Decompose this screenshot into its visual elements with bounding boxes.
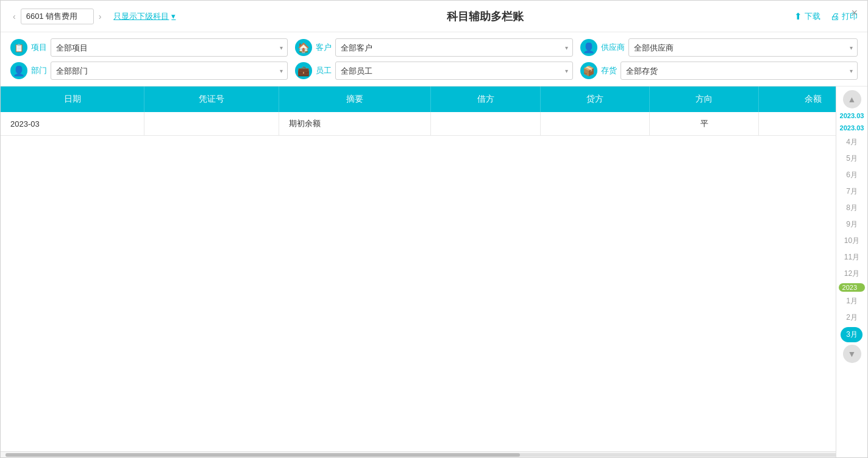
table-row: 2023-03期初余额平: [1, 112, 867, 136]
timeline-item-active[interactable]: 3月: [841, 327, 863, 342]
employee-icon: 💼: [295, 62, 312, 79]
filter-supplier: 👤 供应商 全部供应商 ▾: [580, 38, 858, 57]
timeline-item[interactable]: 12月: [839, 266, 866, 282]
timeline-item[interactable]: 7月: [839, 183, 866, 200]
prev-account-btn[interactable]: ‹: [10, 10, 18, 23]
timeline-panel: ▲ 2023.032023.034月5月6月7月8月9月10月11月12月202…: [836, 86, 867, 457]
supplier-icon: 👤: [580, 39, 597, 56]
inventory-icon: 📦: [580, 62, 597, 79]
filter-customer: 🏠 客户 全部客户 ▾: [295, 38, 572, 57]
supplier-label: 供应商: [601, 42, 625, 53]
timeline-item[interactable]: 5月: [839, 150, 866, 167]
col-date: 日期: [1, 86, 144, 112]
filter-row-2: 👤 部门 全部部门 ▾ 💼 员工 全部员工 ▾: [10, 62, 858, 80]
col-voucher: 凭证号: [144, 86, 279, 112]
scrollbar-thumb: [5, 453, 520, 457]
cell-voucher: [144, 112, 279, 136]
customer-label: 客户: [316, 42, 332, 53]
col-debit: 借方: [431, 86, 540, 112]
filter-inventory: 📦 存货 全部存货 ▾: [580, 62, 858, 80]
show-sub-btn[interactable]: 只显示下级科目 ▾: [113, 11, 176, 22]
main-content: 日期 凭证号 摘要 借方 贷方 方向 余额 2023-03期初余额平: [1, 86, 867, 457]
show-sub-arrow: ▾: [171, 12, 176, 21]
filter-bar: 📋 项目 全部项目 ▾ 🏠 客户 全部客户 ▾: [1, 32, 867, 86]
employee-select[interactable]: 全部员工: [335, 62, 572, 80]
department-select[interactable]: 全部部门: [51, 62, 288, 80]
account-code: 6601: [26, 12, 44, 21]
filter-row-1: 📋 项目 全部项目 ▾ 🏠 客户 全部客户 ▾: [10, 38, 858, 57]
timeline-item[interactable]: 4月: [839, 134, 866, 150]
timeline-item-selected[interactable]: 2023.03: [839, 122, 866, 134]
cell-summary: 期初余额: [279, 112, 431, 136]
cell-credit: [540, 112, 649, 136]
timeline-item[interactable]: 2月: [839, 309, 866, 326]
customer-icon: 🏠: [295, 39, 312, 56]
cell-debit: [431, 112, 540, 136]
page-title: 科目辅助多栏账: [176, 9, 794, 24]
timeline-item[interactable]: 10月: [839, 233, 866, 249]
timeline-down-btn[interactable]: ▼: [843, 345, 861, 363]
account-code-box: 6601 销售费用: [21, 9, 94, 24]
download-btn[interactable]: ⬆ 下载: [794, 11, 820, 22]
down-arrow-icon: ▼: [848, 349, 856, 359]
inventory-select-wrapper: 全部存货 ▾: [621, 62, 858, 80]
customer-select-wrapper: 全部客户 ▾: [335, 38, 572, 57]
inventory-select[interactable]: 全部存货: [621, 62, 858, 80]
timeline-item-selected[interactable]: 2023.03: [839, 110, 866, 122]
department-select-wrapper: 全部部门 ▾: [51, 62, 288, 80]
project-icon: 📋: [10, 39, 27, 56]
download-icon: ⬆: [794, 11, 802, 22]
table-container[interactable]: 日期 凭证号 摘要 借方 贷方 方向 余额 2023-03期初余额平: [1, 86, 867, 451]
col-direction: 方向: [649, 86, 758, 112]
table-body: 2023-03期初余额平: [1, 112, 867, 136]
project-label: 项目: [31, 42, 47, 53]
project-select[interactable]: 全部项目: [51, 38, 288, 57]
up-arrow-icon: ▲: [848, 94, 856, 104]
account-name: 销售费用: [46, 11, 77, 22]
supplier-select-wrapper: 全部供应商 ▾: [628, 38, 858, 57]
timeline-year-badge[interactable]: 2023: [839, 283, 866, 292]
filter-project: 📋 项目 全部项目 ▾: [10, 38, 288, 57]
timeline-items-container: 2023.032023.034月5月6月7月8月9月10月11月12月20231…: [839, 110, 866, 344]
content-area: 日期 凭证号 摘要 借方 贷方 方向 余额 2023-03期初余额平: [1, 86, 867, 457]
table-header-row: 日期 凭证号 摘要 借方 贷方 方向 余额: [1, 86, 867, 112]
timeline-item[interactable]: 6月: [839, 167, 866, 183]
timeline-item[interactable]: 1月: [839, 293, 866, 309]
cell-direction: 平: [649, 112, 758, 136]
project-select-wrapper: 全部项目 ▾: [51, 38, 288, 57]
supplier-select[interactable]: 全部供应商: [628, 38, 858, 57]
department-icon: 👤: [10, 62, 27, 79]
ledger-table: 日期 凭证号 摘要 借方 贷方 方向 余额 2023-03期初余额平: [1, 86, 867, 136]
filter-department: 👤 部门 全部部门 ▾: [10, 62, 288, 80]
col-credit: 贷方: [540, 86, 649, 112]
timeline-item[interactable]: 11月: [839, 249, 866, 266]
title-bar: ‹ 6601 销售费用 › 只显示下级科目 ▾ 科目辅助多栏账 ⬆ 下载 🖨 打…: [1, 1, 867, 32]
inventory-label: 存货: [601, 65, 617, 76]
close-btn[interactable]: ×: [851, 7, 858, 19]
col-summary: 摘要: [279, 86, 431, 112]
timeline-item[interactable]: 8月: [839, 200, 866, 216]
next-account-btn[interactable]: ›: [96, 10, 104, 23]
timeline-item[interactable]: 9月: [839, 216, 866, 233]
timeline-up-btn[interactable]: ▲: [843, 90, 861, 108]
bottom-scrollbar[interactable]: [1, 451, 867, 457]
filter-employee: 💼 员工 全部员工 ▾: [295, 62, 572, 80]
department-label: 部门: [31, 65, 47, 76]
show-sub-label: 只显示下级科目: [113, 11, 169, 22]
main-window: ‹ 6601 销售费用 › 只显示下级科目 ▾ 科目辅助多栏账 ⬆ 下载 🖨 打…: [0, 0, 868, 458]
employee-select-wrapper: 全部员工 ▾: [335, 62, 572, 80]
download-label: 下载: [805, 11, 820, 22]
cell-date: 2023-03: [1, 112, 144, 136]
employee-label: 员工: [316, 65, 332, 76]
scrollbar-track: [5, 453, 863, 457]
customer-select[interactable]: 全部客户: [335, 38, 572, 57]
toolbar-right: ⬆ 下载 🖨 打印: [794, 11, 858, 22]
print-icon: 🖨: [830, 11, 839, 21]
